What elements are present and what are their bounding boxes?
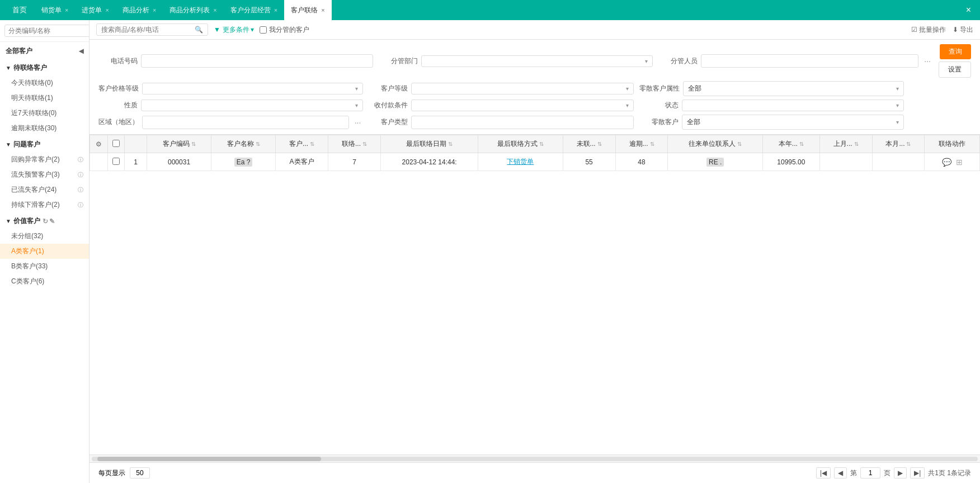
phone-input[interactable] xyxy=(141,54,373,68)
my-customers-check[interactable] xyxy=(260,26,267,34)
sidebar-search-input[interactable] xyxy=(4,25,89,37)
sidebar-group-pending-title[interactable]: ▼ 待联络客户 xyxy=(0,60,89,75)
close-all-button[interactable]: × xyxy=(962,5,976,15)
more-btn-region[interactable]: ··· xyxy=(352,118,364,127)
region-input[interactable] xyxy=(142,116,349,129)
cell-last-method[interactable]: 下销货单 xyxy=(478,153,563,171)
nav-tab-0[interactable]: 销货单 × xyxy=(35,0,75,20)
nav-home[interactable]: 首页 xyxy=(4,5,35,15)
th-action[interactable]: 联络动作 xyxy=(925,135,980,153)
sidebar-item-class-b[interactable]: B类客户(33) xyxy=(0,259,89,274)
close-tab-1[interactable]: × xyxy=(105,7,109,13)
per-page-input[interactable] xyxy=(130,467,150,479)
nav-tab-3[interactable]: 商品分析列表 × xyxy=(163,0,223,20)
page-number-input[interactable] xyxy=(860,467,880,479)
nav-tab-2[interactable]: 商品分析 × xyxy=(116,0,163,20)
batch-operation-button[interactable]: ☑ 批量操作 xyxy=(911,25,946,35)
gear-icon[interactable]: ⚙ xyxy=(96,140,102,148)
more-conditions-button[interactable]: ▼ 更多条件 ▾ xyxy=(214,25,254,35)
page-first-button[interactable]: |◀ xyxy=(816,467,831,479)
sidebar-item-declining[interactable]: 持续下滑客户(2) ⓘ xyxy=(0,197,89,212)
cell-checkbox[interactable] xyxy=(108,153,125,171)
nav-tab-4[interactable]: 客户分层经营 × xyxy=(224,0,284,20)
edit-icon[interactable]: ✎ xyxy=(49,217,55,225)
close-tab-5[interactable]: × xyxy=(321,7,324,13)
sidebar-item-overdue[interactable]: 逾期未联络(30) xyxy=(0,121,89,136)
sort-icon[interactable]: ⇅ xyxy=(448,141,453,147)
page-next-button[interactable]: ▶ xyxy=(894,467,907,479)
th-this-year[interactable]: 本年... ⇅ xyxy=(763,135,820,153)
sidebar-item-repurchase-anomaly[interactable]: 回购异常客户(2) ⓘ xyxy=(0,152,89,167)
search-icon[interactable]: 🔍 xyxy=(195,26,203,34)
th-this-month[interactable]: 本月... ⇅ xyxy=(872,135,925,153)
close-tab-4[interactable]: × xyxy=(274,7,277,13)
cust-type-input[interactable] xyxy=(411,116,633,129)
sidebar-group-problem-title[interactable]: ▼ 问题客户 xyxy=(0,137,89,152)
more-btn-person[interactable]: ··· xyxy=(922,56,933,65)
sort-icon[interactable]: ⇅ xyxy=(362,141,367,147)
th-type[interactable]: 客户... ⇅ xyxy=(276,135,328,153)
th-settings[interactable]: ⚙ xyxy=(90,135,108,153)
settings-button[interactable]: 设置 xyxy=(939,61,971,78)
sort-icon[interactable]: ⇅ xyxy=(799,141,804,147)
row-checkbox[interactable] xyxy=(112,158,120,165)
person-input[interactable] xyxy=(701,54,918,68)
sidebar-item-today[interactable]: 今天待联络(0) xyxy=(0,75,89,91)
sidebar-all-customers[interactable]: 全部客户 ◀ xyxy=(0,42,89,60)
sidebar-item-churned[interactable]: 已流失客户(24) ⓘ xyxy=(0,182,89,197)
sort-icon[interactable]: ⇅ xyxy=(256,141,260,147)
sidebar-item-7days[interactable]: 近7天待联络(0) xyxy=(0,106,89,121)
close-tab-0[interactable]: × xyxy=(65,7,68,13)
sidebar-group-value-title[interactable]: ▼ 价值客户 ↻ ✎ xyxy=(0,214,89,229)
sort-icon[interactable]: ⇅ xyxy=(539,141,544,147)
retail-cust-select[interactable]: 全部 ▾ xyxy=(682,115,904,130)
sort-icon[interactable]: ⇅ xyxy=(597,141,602,147)
refresh-icon[interactable]: ↻ xyxy=(43,217,48,225)
nature-select[interactable]: ▾ xyxy=(141,100,363,111)
close-tab-2[interactable]: × xyxy=(153,7,156,13)
cust-level-select[interactable]: ▾ xyxy=(411,83,633,94)
th-no-contact[interactable]: 未联... ⇅ xyxy=(563,135,615,153)
horizontal-scrollbar[interactable] xyxy=(89,454,980,462)
th-code[interactable]: 客户编码 ⇅ xyxy=(147,135,211,153)
dept-select[interactable]: ▾ xyxy=(421,55,653,67)
th-checkbox[interactable] xyxy=(108,135,125,153)
sort-icon[interactable]: ⇅ xyxy=(906,141,911,147)
sidebar-item-ungrouped[interactable]: 未分组(32) xyxy=(0,229,89,244)
th-last-method[interactable]: 最后联络方式 ⇅ xyxy=(478,135,563,153)
qrcode-icon[interactable]: ⊞ xyxy=(956,158,963,167)
nav-tab-5[interactable]: 客户联络 × xyxy=(284,0,331,20)
th-overdue[interactable]: 逾期... ⇅ xyxy=(615,135,668,153)
sidebar-item-churn-warning[interactable]: 流失预警客户(3) ⓘ xyxy=(0,167,89,182)
query-button[interactable]: 查询 xyxy=(940,44,971,59)
th-unit-contact[interactable]: 往来单位联系人 ⇅ xyxy=(668,135,763,153)
sort-icon[interactable]: ⇅ xyxy=(310,141,314,147)
last-method-link[interactable]: 下销货单 xyxy=(507,158,534,165)
th-contact[interactable]: 联络... ⇅ xyxy=(328,135,381,153)
payment-select[interactable]: ▾ xyxy=(411,100,633,111)
nav-tab-1[interactable]: 进货单 × xyxy=(75,0,115,20)
sidebar-collapse-icon[interactable]: ◀ xyxy=(79,48,83,55)
th-last-month[interactable]: 上月... ⇅ xyxy=(819,135,872,153)
scrollbar-thumb[interactable] xyxy=(97,457,321,461)
sort-icon[interactable]: ⇅ xyxy=(650,141,654,147)
page-prev-button[interactable]: ◀ xyxy=(834,467,847,479)
filter-search-input[interactable] xyxy=(101,26,195,34)
status-select[interactable]: ▾ xyxy=(682,100,904,111)
select-all-checkbox[interactable] xyxy=(112,140,120,147)
sort-icon[interactable]: ⇅ xyxy=(191,141,196,147)
sidebar-item-class-a[interactable]: A类客户(1) xyxy=(0,244,89,259)
retail-attr-select[interactable]: 全部 ▾ xyxy=(683,81,904,96)
close-tab-3[interactable]: × xyxy=(213,7,216,13)
message-icon[interactable]: 💬 xyxy=(942,158,951,167)
sort-icon[interactable]: ⇅ xyxy=(854,141,859,147)
th-last-date[interactable]: 最后联络日期 ⇅ xyxy=(380,135,478,153)
my-customers-checkbox[interactable]: 我分管的客户 xyxy=(260,25,309,35)
page-last-button[interactable]: ▶| xyxy=(910,467,925,479)
sort-icon[interactable]: ⇅ xyxy=(737,141,742,147)
sidebar-item-tomorrow[interactable]: 明天待联络(1) xyxy=(0,91,89,106)
sidebar-item-class-c[interactable]: C类客户(6) xyxy=(0,274,89,289)
export-button[interactable]: ⬇ 导出 xyxy=(953,25,973,35)
th-name[interactable]: 客户名称 ⇅ xyxy=(211,135,276,153)
price-level-select[interactable]: ▾ xyxy=(142,83,363,94)
